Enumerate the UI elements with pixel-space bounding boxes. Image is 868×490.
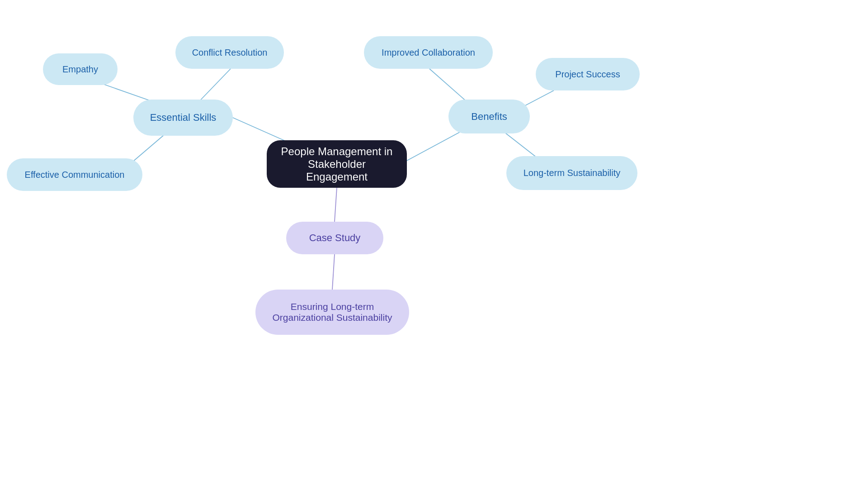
svg-line-8 — [335, 188, 337, 222]
conflict-resolution-node: Conflict Resolution — [175, 36, 284, 69]
improved-collaboration-node: Improved Collaboration — [364, 36, 493, 69]
case-study-node: Case Study — [286, 222, 383, 254]
connection-lines — [0, 0, 868, 490]
project-success-node: Project Success — [536, 58, 640, 90]
empathy-node: Empathy — [43, 53, 118, 85]
svg-line-9 — [332, 254, 335, 290]
center-node: People Management in Stakeholder Engagem… — [267, 140, 407, 188]
long-term-sustainability-node: Long-term Sustainability — [506, 156, 637, 190]
mind-map-container: People Management in Stakeholder Engagem… — [0, 0, 868, 490]
effective-communication-node: Effective Communication — [7, 158, 142, 191]
essential-skills-node: Essential Skills — [133, 100, 233, 136]
ensuring-sustainability-node: Ensuring Long-term Organizational Sustai… — [255, 290, 409, 335]
benefits-node: Benefits — [448, 100, 530, 133]
